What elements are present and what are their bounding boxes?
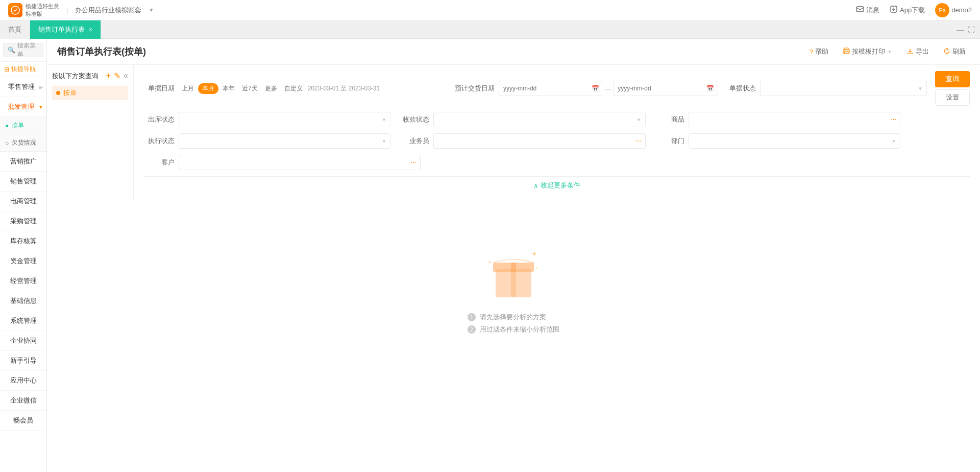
sidebar-retail-arrow: ▶ bbox=[39, 84, 43, 90]
goods-dots-icon[interactable]: ··· bbox=[887, 112, 900, 127]
refresh-btn[interactable]: 刷新 bbox=[939, 45, 970, 58]
tab-home-label: 首页 bbox=[8, 25, 21, 34]
sub-order-icon: ● bbox=[5, 122, 9, 129]
search-icon: 🔍 bbox=[8, 46, 15, 54]
tab-home[interactable]: 首页 bbox=[0, 20, 30, 39]
date-range-display: 2023-03-01 至 2023-03-31 bbox=[308, 84, 380, 93]
ship-status-select[interactable] bbox=[179, 112, 390, 127]
filter-customer: 客户 ··· bbox=[144, 155, 421, 170]
expected-date-end-wrapper: 📅 bbox=[613, 81, 717, 96]
help-icon: ? bbox=[810, 48, 813, 56]
main-filter-section: 单据日期 上月 本月 本年 近7天 更多 自定义 20 bbox=[134, 65, 980, 200]
breadcrumb-dropdown-icon[interactable]: ▼ bbox=[149, 7, 154, 13]
top-header: 畅捷通好生意 标准版 | 办公用品行业模拟账套 ▼ 消息 bbox=[0, 0, 980, 20]
sidebar-item-newbie[interactable]: 新手引导 bbox=[0, 351, 46, 371]
scheme-edit-icon[interactable]: ✎ bbox=[114, 71, 120, 81]
settings-btn[interactable]: 设置 bbox=[935, 89, 970, 106]
expected-date-start[interactable] bbox=[499, 81, 602, 96]
user-area[interactable]: Ea demo2 bbox=[935, 3, 972, 17]
date-opt-this-month[interactable]: 本月 bbox=[198, 83, 218, 94]
date-opt-custom[interactable]: 自定义 bbox=[281, 83, 306, 94]
sub-owe-label: 欠货情况 bbox=[12, 138, 36, 147]
receive-status-control: ▼ bbox=[433, 112, 645, 127]
sidebar-item-ecommerce[interactable]: 电商管理 bbox=[0, 192, 46, 211]
logo-area: 畅捷通好生意 标准版 bbox=[8, 3, 59, 17]
department-control: ▼ bbox=[689, 133, 900, 149]
date-opt-7days[interactable]: 近7天 bbox=[239, 83, 261, 94]
collapse-arrow-icon: ∧ bbox=[533, 182, 538, 190]
refresh-icon bbox=[943, 48, 950, 56]
sidebar-item-inventory[interactable]: 库存核算 bbox=[0, 231, 46, 251]
page-title: 销售订单执行表(按单) bbox=[57, 45, 146, 58]
tab-minimize-icon[interactable]: — bbox=[957, 26, 964, 34]
sidebar-appcenter-label: 应用中心 bbox=[3, 376, 43, 385]
header-left: 畅捷通好生意 标准版 | 办公用品行业模拟账套 ▼ bbox=[8, 3, 154, 17]
sidebar-item-finance[interactable]: 资金管理 bbox=[0, 251, 46, 271]
sidebar-item-wholesale[interactable]: 批发管理 ▼ bbox=[0, 97, 46, 117]
date-opt-last-month[interactable]: 上月 bbox=[179, 83, 197, 94]
scheme-add-icon[interactable]: + bbox=[106, 71, 111, 81]
exec-status-select[interactable] bbox=[179, 133, 390, 149]
sidebar-item-purchase[interactable]: 采购管理 bbox=[0, 211, 46, 231]
tab-maximize-icon[interactable]: ⛶ bbox=[968, 26, 975, 34]
goods-label: 商品 bbox=[654, 115, 684, 124]
sidebar-item-retail[interactable]: 零售管理 ▶ bbox=[0, 77, 46, 97]
tab-close-icon[interactable]: × bbox=[89, 26, 92, 33]
empty-step-1: 1 请先选择要分析的方案 bbox=[468, 313, 559, 322]
expected-date-end[interactable] bbox=[613, 81, 717, 96]
exec-status-control: ▼ bbox=[179, 133, 390, 149]
sidebar-member-label: 畅会员 bbox=[3, 416, 43, 425]
sidebar-wholesale-arrow: ▼ bbox=[38, 104, 43, 110]
help-btn[interactable]: ? 帮助 bbox=[805, 45, 832, 58]
filter-ship-status: 出库状态 ▼ bbox=[144, 112, 390, 127]
customer-input[interactable] bbox=[179, 155, 407, 170]
sidebar-item-sales[interactable]: 销售管理 bbox=[0, 172, 46, 192]
sidebar-item-enterprise[interactable]: 企业协同 bbox=[0, 331, 46, 351]
scheme-panel-actions: + ✎ « bbox=[106, 71, 128, 81]
tab-sales-order[interactable]: 销售订单执行表 × bbox=[30, 20, 101, 39]
sidebar-wechat-label: 企业微信 bbox=[3, 396, 43, 405]
collapse-more-btn[interactable]: ∧ 收起更多条件 bbox=[144, 176, 970, 194]
sidebar-sub-by-order[interactable]: ● 按单 bbox=[0, 117, 46, 134]
filter-goods: 商品 ··· bbox=[654, 112, 900, 127]
sidebar-item-basic[interactable]: 基础信息 bbox=[0, 291, 46, 311]
sidebar-item-marketing[interactable]: 营销推广 bbox=[0, 152, 46, 172]
sidebar-quick-nav[interactable]: ⊞ 快捷导航 bbox=[0, 62, 46, 77]
sidebar-item-member[interactable]: 畅会员 bbox=[0, 411, 46, 431]
print-btn[interactable]: 按模板打印 ▼ bbox=[839, 45, 896, 58]
sidebar-sales-label: 销售管理 bbox=[3, 177, 43, 186]
logo-text: 畅捷通好生意 标准版 bbox=[26, 3, 59, 17]
doc-status-select[interactable] bbox=[760, 81, 927, 96]
empty-text: 1 请先选择要分析的方案 2 用过滤条件来缩小分析范围 bbox=[468, 313, 559, 337]
sidebar-purchase-label: 采购管理 bbox=[3, 217, 43, 226]
app-download-action[interactable]: App下载 bbox=[890, 5, 925, 15]
search-btn[interactable]: 查询 bbox=[935, 71, 970, 87]
filter-row-3: 执行状态 ▼ 业务员 ·· bbox=[144, 133, 970, 149]
svg-rect-1 bbox=[856, 7, 864, 12]
date-opt-more[interactable]: 更多 bbox=[262, 83, 280, 94]
goods-input[interactable] bbox=[689, 112, 887, 127]
sidebar-search-btn[interactable]: 🔍 搜索菜单 bbox=[3, 43, 43, 57]
sidebar-sub-owe[interactable]: ○ 欠货情况 bbox=[0, 134, 46, 152]
customer-label: 客户 bbox=[144, 158, 175, 167]
sidebar-item-operation[interactable]: 经营管理 bbox=[0, 271, 46, 291]
scheme-item-by-order[interactable]: 按单 bbox=[52, 86, 128, 100]
filter-salesperson: 业务员 ··· bbox=[399, 133, 645, 149]
sidebar-retail-label: 零售管理 bbox=[3, 82, 39, 91]
main-layout: 🔍 搜索菜单 ⊞ 快捷导航 零售管理 ▶ 批发管理 ▼ ● 按单 ○ 欠货情况 bbox=[0, 39, 980, 472]
customer-dots-icon[interactable]: ··· bbox=[407, 155, 421, 170]
sidebar-wholesale-label: 批发管理 bbox=[3, 102, 38, 111]
export-btn[interactable]: 导出 bbox=[902, 45, 933, 58]
scheme-collapse-icon[interactable]: « bbox=[124, 71, 128, 81]
receive-status-select[interactable] bbox=[433, 112, 645, 127]
salesperson-dots-icon[interactable]: ··· bbox=[632, 133, 645, 149]
salesperson-input[interactable] bbox=[433, 133, 632, 149]
department-select[interactable] bbox=[689, 133, 900, 149]
empty-step2-label: 用过滤条件来缩小分析范围 bbox=[480, 325, 559, 334]
date-opt-this-year[interactable]: 本年 bbox=[219, 83, 238, 94]
sidebar-item-wechat[interactable]: 企业微信 bbox=[0, 391, 46, 411]
sidebar-item-appcenter[interactable]: 应用中心 bbox=[0, 371, 46, 391]
sidebar-item-system[interactable]: 系统管理 bbox=[0, 311, 46, 331]
message-action[interactable]: 消息 bbox=[856, 5, 879, 15]
empty-state: ✦ ✦ ✦ 1 请先选择要分析的方案 2 用过滤条件来缩小分析范围 bbox=[47, 200, 980, 378]
